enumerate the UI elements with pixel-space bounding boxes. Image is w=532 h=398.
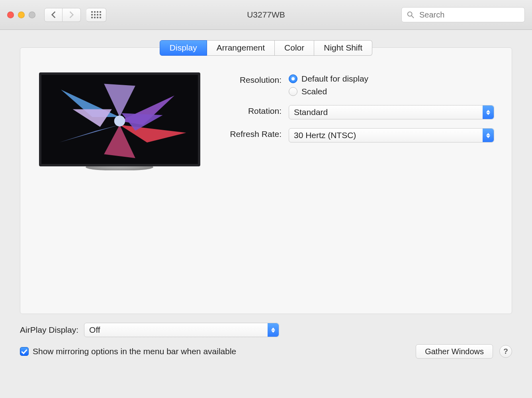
rotation-value: Standard	[294, 107, 328, 117]
gather-windows-label: Gather Windows	[425, 347, 484, 356]
help-button[interactable]: ?	[499, 345, 512, 358]
back-button[interactable]	[44, 8, 63, 22]
bottom-controls: AirPlay Display: Off Show mirroring opti…	[20, 323, 512, 359]
window-toolbar: U3277WB	[0, 0, 532, 30]
resolution-default-label: Default for display	[301, 74, 368, 84]
tab-night-shift[interactable]: Night Shift	[314, 40, 372, 56]
resolution-label: Resolution:	[213, 74, 282, 85]
svg-point-3	[114, 115, 125, 127]
display-preview	[38, 72, 201, 170]
chevron-updown-icon	[483, 129, 494, 142]
nav-back-forward	[44, 8, 81, 22]
tab-arrangement[interactable]: Arrangement	[207, 40, 275, 56]
mirroring-checkbox[interactable]	[20, 347, 29, 356]
mirroring-label: Show mirroring options in the menu bar w…	[33, 347, 236, 356]
radio-selected-icon	[289, 74, 297, 83]
traffic-lights	[7, 12, 35, 18]
gather-windows-button[interactable]: Gather Windows	[416, 344, 493, 359]
minimize-icon[interactable]	[18, 12, 25, 18]
settings-panel: Resolution: Default for display Scaled	[20, 47, 512, 314]
rotation-label: Rotation:	[213, 105, 282, 116]
tab-display[interactable]: Display	[160, 40, 207, 56]
tab-bar: Display Arrangement Color Night Shift	[20, 40, 512, 56]
content-area: Display Arrangement Color Night Shift	[0, 30, 532, 398]
radio-unselected-icon	[289, 87, 297, 96]
rotation-row: Rotation: Standard	[213, 105, 494, 119]
search-field[interactable]	[401, 7, 525, 22]
resolution-default-radio[interactable]: Default for display	[289, 74, 494, 84]
refresh-rate-row: Refresh Rate: 30 Hertz (NTSC)	[213, 128, 494, 142]
refresh-rate-select[interactable]: 30 Hertz (NTSC)	[289, 128, 494, 142]
tab-color[interactable]: Color	[275, 40, 314, 56]
rotation-select[interactable]: Standard	[289, 105, 494, 119]
airplay-select[interactable]: Off	[84, 323, 279, 337]
close-icon[interactable]	[7, 12, 14, 18]
resolution-scaled-label: Scaled	[301, 87, 327, 96]
help-icon: ?	[503, 347, 508, 356]
airplay-value: Off	[89, 325, 100, 335]
refresh-rate-value: 30 Hertz (NTSC)	[294, 131, 356, 140]
resolution-row: Resolution: Default for display Scaled	[213, 74, 494, 96]
show-all-button[interactable]	[86, 8, 106, 22]
grid-icon[interactable]	[86, 8, 106, 22]
search-input[interactable]	[401, 7, 525, 22]
svg-line-1	[412, 16, 414, 18]
forward-button	[63, 8, 81, 22]
airplay-label: AirPlay Display:	[20, 325, 78, 335]
maximize-icon	[29, 12, 35, 18]
chevron-updown-icon	[483, 105, 494, 119]
chevron-updown-icon	[268, 323, 279, 337]
search-icon	[407, 11, 414, 18]
refresh-rate-label: Refresh Rate:	[213, 128, 282, 139]
svg-point-0	[408, 12, 412, 16]
settings-column: Resolution: Default for display Scaled	[213, 72, 494, 170]
resolution-scaled-radio[interactable]: Scaled	[289, 87, 494, 96]
display-preview-screen	[39, 72, 200, 166]
